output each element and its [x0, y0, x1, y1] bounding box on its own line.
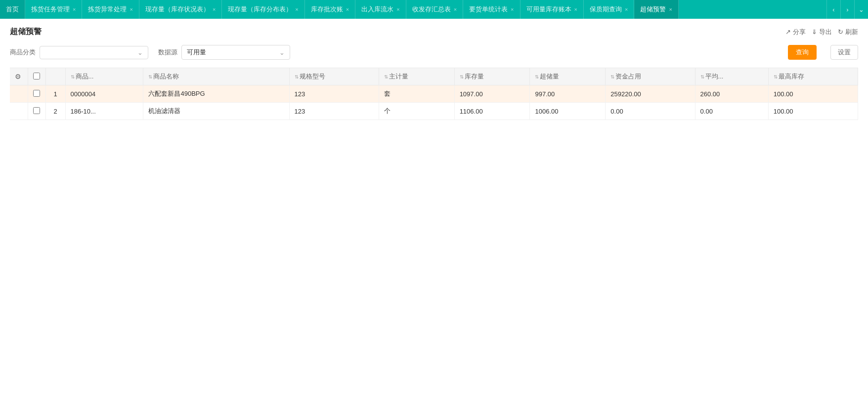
page-title: 超储预警 — [10, 27, 42, 37]
nav-tab-9[interactable]: 保质期查询 × — [584, 0, 634, 19]
data-source-select[interactable]: 可用量 ⌄ — [181, 45, 290, 60]
share-icon: ↗ — [785, 28, 791, 36]
nav-tab-2[interactable]: 现存量（库存状况表） × — [139, 0, 222, 19]
sort-icon: ⇅ — [71, 74, 75, 79]
nav-expand-arrow[interactable]: ⌄ — [854, 0, 868, 19]
refresh-icon: ↻ — [838, 28, 843, 36]
row-maxstock-1: 100.00 — [768, 103, 858, 120]
tab-close-0[interactable]: × — [73, 6, 76, 12]
tab-close-1[interactable]: × — [130, 6, 132, 12]
col-product-code-header[interactable]: ⇅商品... — [65, 68, 143, 85]
tab-label-active: 超储预警 — [640, 5, 666, 14]
row-checkbox-0[interactable] — [28, 85, 45, 103]
row-stock-1: 1106.00 — [454, 103, 530, 120]
tab-label-7: 要货单统计表 — [469, 5, 508, 14]
table-row[interactable]: 1 0000004 六配套新昌490BPG 123 套 1097.00 997.… — [10, 85, 858, 103]
nav-tab-6[interactable]: 收发存汇总表 × — [406, 0, 463, 19]
tab-close-5[interactable]: × — [396, 6, 399, 12]
row-capital-0: 259220.00 — [606, 85, 695, 103]
col-stock-header[interactable]: ⇅库存量 — [454, 68, 530, 85]
select-all-checkbox[interactable] — [33, 73, 40, 79]
col-overstock-header[interactable]: ⇅超储量 — [530, 68, 606, 85]
main-nav[interactable]: 首页 拣货任务管理 × 拣货异常处理 × 现存量（库存状况表） × 现存量（库存… — [0, 0, 868, 19]
product-category-label: 商品分类 — [10, 48, 36, 57]
nav-tab-4[interactable]: 库存批次账 × — [305, 0, 355, 19]
row-product-name-1: 机油滤清器 — [143, 103, 289, 120]
tab-label-2: 现存量（库存状况表） — [145, 5, 210, 14]
col-product-name-header[interactable]: ⇅商品名称 — [143, 68, 289, 85]
nav-prev-arrow[interactable]: ‹ — [826, 0, 840, 19]
tab-close-2[interactable]: × — [213, 6, 216, 12]
sort-icon-4: ⇅ — [384, 74, 388, 79]
tab-close-4[interactable]: × — [346, 6, 349, 12]
query-button[interactable]: 查询 — [788, 45, 817, 60]
tab-close-9[interactable]: × — [625, 6, 628, 12]
row-num-1: 2 — [45, 103, 65, 120]
row-settings-1 — [10, 103, 28, 120]
col-checkbox-header[interactable] — [28, 68, 45, 85]
product-category-select[interactable]: ⌄ — [40, 46, 148, 59]
sort-icon-2: ⇅ — [148, 74, 152, 79]
filter-area: 商品分类 ⌄ 数据源 可用量 ⌄ 查询 设置 — [10, 45, 858, 60]
nav-tab-7[interactable]: 要货单统计表 × — [463, 0, 520, 19]
col-settings-header[interactable]: ⚙ — [10, 68, 28, 85]
nav-home[interactable]: 首页 — [0, 0, 25, 19]
tab-close-7[interactable]: × — [511, 6, 514, 12]
sort-icon-6: ⇅ — [535, 74, 539, 79]
row-checkbox-input-0[interactable] — [33, 90, 40, 97]
nav-tab-8[interactable]: 可用量库存账本 × — [521, 0, 584, 19]
tab-close-8[interactable]: × — [574, 6, 577, 12]
sort-icon-8: ⇅ — [700, 74, 704, 79]
main-content: 超储预警 ↗ 分享 ⇓ 导出 ↻ 刷新 商品分类 ⌄ 数据源 — [0, 19, 868, 395]
share-label: 分享 — [793, 28, 806, 37]
nav-next-arrow[interactable]: › — [840, 0, 854, 19]
tab-label-6: 收发存汇总表 — [412, 5, 451, 14]
filter-product-category: 商品分类 ⌄ — [10, 46, 148, 59]
data-table: ⚙ ⇅商品... ⇅商品名称 ⇅规格型号 ⇅主计量 — [10, 68, 858, 120]
nav-arrows: ‹ › ⌄ — [826, 0, 868, 19]
col-unit-header[interactable]: ⇅主计量 — [379, 68, 454, 85]
row-checkbox-1[interactable] — [28, 103, 45, 120]
tab-close-3[interactable]: × — [295, 6, 298, 12]
tab-label-4: 库存批次账 — [311, 5, 343, 14]
col-avg-header[interactable]: ⇅平均... — [695, 68, 768, 85]
chevron-down-icon: ⌄ — [137, 49, 143, 56]
nav-tab-5[interactable]: 出入库流水 × — [355, 0, 406, 19]
nav-tab-3[interactable]: 现存量（库存分布表） × — [222, 0, 304, 19]
gear-icon[interactable]: ⚙ — [15, 73, 21, 80]
row-product-code-0: 0000004 — [65, 85, 143, 103]
tab-close-6[interactable]: × — [454, 6, 457, 12]
sort-icon-9: ⇅ — [774, 74, 778, 79]
tab-close-active[interactable]: × — [669, 6, 672, 12]
row-avg-1: 0.00 — [695, 103, 768, 120]
page-header: 超储预警 ↗ 分享 ⇓ 导出 ↻ 刷新 — [10, 27, 858, 37]
export-button[interactable]: ⇓ 导出 — [812, 28, 832, 37]
nav-tab-1[interactable]: 拣货异常处理 × — [82, 0, 139, 19]
table-row[interactable]: 2 186-10... 机油滤清器 123 个 1106.00 1006.00 … — [10, 103, 858, 120]
row-product-name-0: 六配套新昌490BPG — [143, 85, 289, 103]
tab-label-8: 可用量库存账本 — [526, 5, 571, 14]
tab-label-5: 出入库流水 — [361, 5, 393, 14]
row-spec-1: 123 — [289, 103, 379, 120]
refresh-button[interactable]: ↻ 刷新 — [838, 28, 858, 37]
tab-label-9: 保质期查询 — [590, 5, 622, 14]
col-capital-header[interactable]: ⇅资金占用 — [606, 68, 695, 85]
share-button[interactable]: ↗ 分享 — [785, 28, 806, 37]
col-spec-header[interactable]: ⇅规格型号 — [289, 68, 379, 85]
nav-tab-active[interactable]: 超储预警 × — [634, 0, 678, 19]
sort-icon-5: ⇅ — [460, 74, 464, 79]
row-avg-0: 260.00 — [695, 85, 768, 103]
refresh-label: 刷新 — [845, 28, 858, 37]
col-maxstock-header[interactable]: ⇅最高库存 — [768, 68, 858, 85]
row-num-0: 1 — [45, 85, 65, 103]
data-source-chevron-icon: ⌄ — [279, 49, 285, 56]
sort-icon-3: ⇅ — [295, 74, 299, 79]
settings-button[interactable]: 设置 — [830, 45, 858, 60]
row-unit-1: 个 — [379, 103, 454, 120]
export-icon: ⇓ — [812, 28, 817, 36]
nav-tab-0[interactable]: 拣货任务管理 × — [25, 0, 82, 19]
row-capital-1: 0.00 — [606, 103, 695, 120]
row-spec-0: 123 — [289, 85, 379, 103]
row-checkbox-input-1[interactable] — [33, 107, 40, 114]
table-header: ⚙ ⇅商品... ⇅商品名称 ⇅规格型号 ⇅主计量 — [10, 68, 858, 85]
